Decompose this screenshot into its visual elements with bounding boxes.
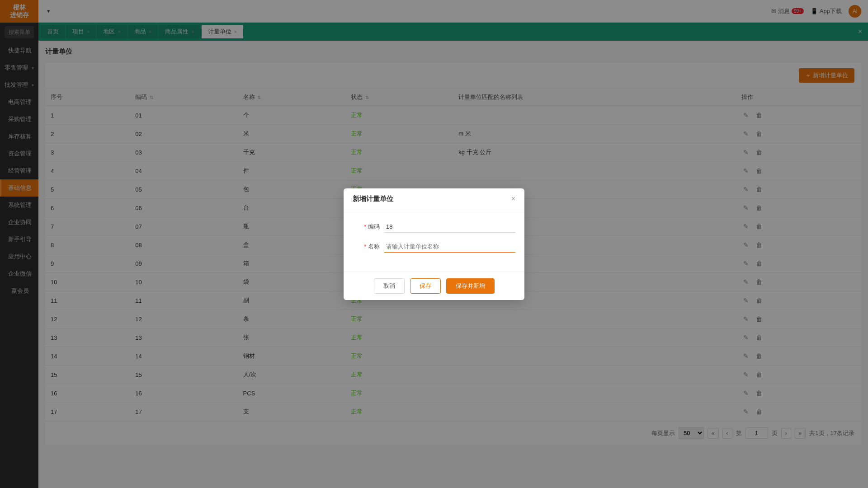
modal-body: 编码 名称	[344, 210, 524, 272]
cancel-button[interactable]: 取消	[374, 278, 405, 294]
modal-header: 新增计量单位 ×	[344, 188, 524, 210]
modal-footer: 取消 保存 保存并新增	[344, 272, 524, 300]
save-and-new-button[interactable]: 保存并新增	[446, 278, 495, 294]
save-button[interactable]: 保存	[410, 278, 441, 294]
modal-overlay[interactable]: 新增计量单位 × 编码 名称 取消 保存 保存并新增	[0, 0, 868, 488]
name-label: 名称	[353, 243, 380, 251]
form-row-code: 编码	[353, 221, 515, 233]
modal-title: 新增计量单位	[353, 195, 393, 203]
modal-close-button[interactable]: ×	[511, 195, 515, 202]
code-input[interactable]	[384, 221, 515, 233]
name-input[interactable]	[384, 241, 515, 253]
form-row-name: 名称	[353, 241, 515, 253]
code-label: 编码	[353, 223, 380, 231]
add-measure-unit-modal: 新增计量单位 × 编码 名称 取消 保存 保存并新增	[344, 188, 524, 300]
